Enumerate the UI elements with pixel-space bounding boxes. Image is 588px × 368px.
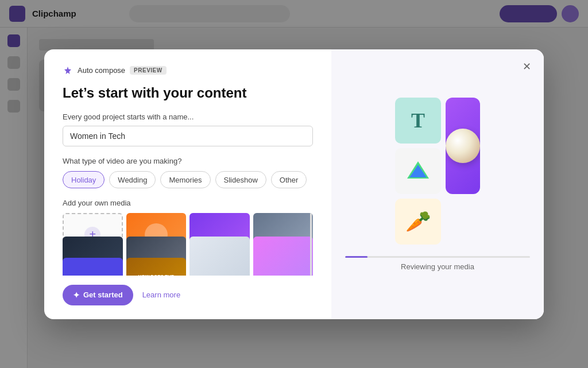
banner-text-2: HOW DOES THE FUTURE SOUND? (126, 258, 187, 276)
preview-grid: T 🥕 (395, 98, 480, 245)
sparkle-icon: ✦ (73, 290, 80, 300)
preview-badge: PREVIEW (130, 66, 167, 75)
media-thumbnail-8[interactable]: WE ARE MAD FOR TECH (63, 258, 123, 276)
project-name-input[interactable] (63, 126, 313, 146)
progress-area: Reviewing your media (345, 256, 530, 271)
preview-t-cell: T (395, 98, 441, 144)
modal-header: Auto compose PREVIEW (63, 65, 313, 76)
media-scrollbar[interactable] (310, 213, 312, 275)
video-type-pills: Holiday Wedding Memories Slideshow Other (63, 171, 313, 188)
triangle-icon (404, 157, 432, 185)
video-type-label: What type of video are you making? (63, 157, 313, 165)
preview-pearl-cell (446, 98, 480, 194)
modal-title: Let’s start with your content (63, 85, 313, 102)
get-started-label: Get started (83, 290, 123, 299)
progress-label: Reviewing your media (401, 262, 474, 271)
modal-right-panel: ✕ T 🥕 (331, 49, 544, 319)
preview-carrot-cell: 🥕 (395, 199, 441, 245)
project-name-label: Every good project starts with a name... (63, 113, 313, 121)
pill-wedding[interactable]: Wedding (109, 171, 156, 188)
auto-compose-label: Auto compose (78, 66, 125, 75)
media-grid: + WE ARE MAD FOR TECH HOW (63, 213, 313, 275)
pill-other[interactable]: Other (271, 171, 307, 188)
learn-more-link[interactable]: Learn more (142, 290, 180, 299)
get-started-button[interactable]: ✦ Get started (63, 285, 133, 305)
modal-footer: ✦ Get started Learn more (63, 276, 313, 305)
pill-holiday[interactable]: Holiday (63, 171, 105, 188)
carrot-icon: 🥕 (405, 210, 431, 234)
auto-compose-modal: Auto compose PREVIEW Let’s start with yo… (44, 49, 544, 319)
pearl-graphic (446, 129, 480, 163)
progress-bar-track (345, 256, 530, 258)
pill-slideshow[interactable]: Slideshow (215, 171, 266, 188)
modal-left-panel: Auto compose PREVIEW Let’s start with yo… (44, 49, 331, 319)
close-button[interactable]: ✕ (519, 59, 535, 75)
media-thumbnail-7[interactable] (253, 237, 314, 275)
progress-bar-fill (345, 256, 368, 258)
banner-text-1: WE ARE MAD FOR TECH (63, 258, 123, 276)
auto-compose-icon (63, 65, 73, 76)
media-thumbnail-9[interactable]: HOW DOES THE FUTURE SOUND? (126, 258, 187, 276)
modal-overlay: Auto compose PREVIEW Let’s start with yo… (0, 0, 588, 368)
media-label: Add your own media (63, 199, 313, 207)
pill-memories[interactable]: Memories (160, 171, 210, 188)
preview-triangle-cell (395, 148, 441, 194)
media-thumbnail-6[interactable] (189, 237, 250, 275)
